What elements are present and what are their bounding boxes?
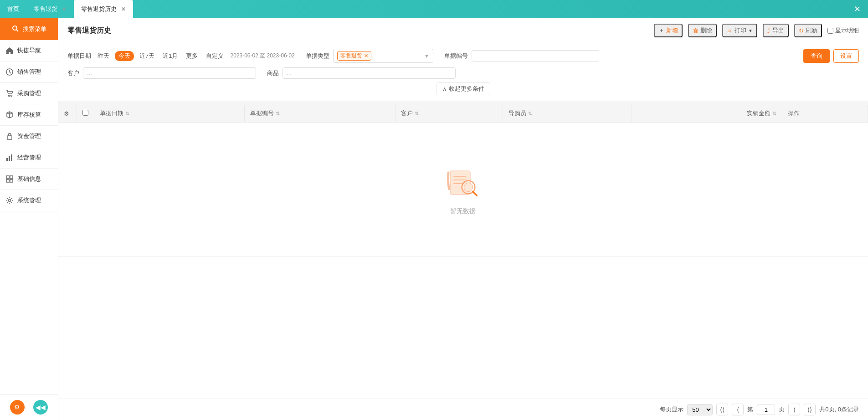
show-detail-checkbox[interactable]	[827, 28, 833, 34]
prev-page-button[interactable]: ⟨	[732, 404, 744, 415]
page-title: 零售退货历史	[67, 26, 111, 36]
tab-retail-return-close[interactable]: ✕	[62, 6, 67, 12]
shopping-icon	[5, 89, 14, 97]
tab-retail-return[interactable]: 零售退货 ✕	[26, 0, 74, 18]
delete-button[interactable]: 🗑 删除	[688, 24, 717, 37]
sidebar-item-operations[interactable]: 经营管理	[0, 147, 58, 169]
export-button[interactable]: ⤴ 导出	[763, 24, 789, 37]
doc-number-input[interactable]	[472, 50, 599, 61]
doc-type-label: 单据类型	[306, 52, 329, 60]
window-close-button[interactable]: ✕	[854, 5, 861, 13]
table-container: ⚙ 单据日期 ⇅ 单据编号	[58, 105, 868, 399]
collapse-button[interactable]: ∧ 收起更多条件	[437, 82, 490, 95]
date-opt-7days[interactable]: 近7天	[137, 51, 157, 61]
sidebar-item-system[interactable]: 系统管理	[0, 190, 58, 211]
lock-icon	[5, 132, 14, 140]
col-header-settings: ⚙	[58, 105, 77, 123]
sidebar-item-label: 资金管理	[17, 132, 41, 140]
svg-rect-12	[10, 179, 13, 182]
sidebar-item-purchase-mgmt[interactable]: 采购管理	[0, 83, 58, 104]
sort-amount[interactable]: 实销金额 ⇅	[637, 109, 777, 118]
page-summary: 共0页, 0条记录	[819, 405, 859, 414]
sort-customer-icon: ⇅	[415, 111, 419, 117]
doc-type-chip-close[interactable]: ✕	[364, 53, 368, 59]
sidebar-search[interactable]: 搜索菜单	[0, 18, 58, 40]
sidebar-item-basic-info[interactable]: 基础信息	[0, 169, 58, 190]
sidebar-item-label: 库存核算	[17, 111, 41, 119]
date-opt-yesterday[interactable]: 昨天	[95, 51, 112, 61]
date-opt-custom[interactable]: 自定义	[203, 51, 226, 61]
print-label: 打印	[734, 26, 746, 35]
refresh-button[interactable]: ↻ 刷新	[794, 24, 822, 37]
page-of-label: 页	[779, 405, 785, 414]
new-button[interactable]: ＋ 新增	[654, 24, 683, 37]
new-label: 新增	[666, 26, 678, 35]
sort-guide[interactable]: 导购员 ⇅	[508, 109, 626, 118]
sidebar-item-finance[interactable]: 资金管理	[0, 126, 58, 147]
data-table: ⚙ 单据日期 ⇅ 单据编号	[58, 105, 868, 257]
home-icon	[5, 46, 14, 55]
customer-filter-item: 客户	[67, 67, 256, 79]
next-page-button[interactable]: ⟩	[788, 404, 800, 415]
settings-button[interactable]: 设置	[833, 49, 859, 63]
doc-type-select[interactable]: 零售退货 ✕ ▼	[333, 49, 433, 63]
sort-guide-icon: ⇅	[528, 111, 532, 117]
main-layout: 搜索菜单 快捷导航 销售管理 采购管理 库存核算	[0, 18, 868, 420]
query-buttons: 查询 设置	[803, 49, 859, 63]
chart-icon	[5, 68, 14, 76]
customer-label: 客户	[67, 69, 79, 77]
sidebar-search-label: 搜索菜单	[23, 25, 46, 33]
tab-retail-return-history[interactable]: 零售退货历史 ✕	[74, 0, 133, 18]
doc-type-filter-item: 单据类型 零售退货 ✕ ▼	[306, 49, 433, 63]
sidebar: 搜索菜单 快捷导航 销售管理 采购管理 库存核算	[0, 18, 58, 420]
print-button[interactable]: 🖨 打印 ▼	[722, 24, 757, 37]
content-area: 零售退货历史 ＋ 新增 🗑 删除 🖨 打印 ▼ ⤴ 导出	[58, 18, 868, 420]
per-page-select[interactable]: 50 10 20 100	[687, 404, 713, 415]
date-opt-1month[interactable]: 近1月	[160, 51, 180, 61]
sort-doc-number-icon: ⇅	[276, 111, 280, 117]
sort-customer[interactable]: 客户 ⇅	[401, 109, 497, 118]
export-icon: ⤴	[767, 27, 770, 34]
doc-type-chip: 零售退货 ✕	[337, 51, 371, 61]
top-bar-right: ✕	[854, 0, 868, 18]
gear-button[interactable]: ⚙	[10, 400, 25, 415]
sort-doc-date[interactable]: 单据日期 ⇅	[100, 109, 239, 118]
audio-button[interactable]: ◀◀	[33, 400, 48, 415]
date-filter-label: 单据日期	[67, 52, 91, 60]
sort-doc-number[interactable]: 单据编号 ⇅	[250, 109, 390, 118]
delete-label: 删除	[700, 26, 712, 35]
goods-input[interactable]	[282, 67, 456, 79]
last-page-button[interactable]: ⟩⟩	[804, 404, 816, 415]
col-guide-label: 导购员	[508, 109, 526, 118]
refresh-icon: ↻	[799, 27, 804, 34]
date-range-value: 2023-06-02 至 2023-06-02	[230, 52, 294, 60]
show-detail-toggle[interactable]: 显示明细	[827, 26, 859, 35]
date-opt-more[interactable]: 更多	[183, 51, 200, 61]
sidebar-item-sales-mgmt[interactable]: 销售管理	[0, 61, 58, 83]
tab-home[interactable]: 首页	[0, 0, 26, 18]
tab-retail-return-history-close[interactable]: ✕	[121, 6, 126, 12]
empty-state: 暂无数据	[64, 127, 863, 252]
show-detail-label: 显示明细	[835, 26, 859, 35]
query-button[interactable]: 查询	[803, 49, 830, 63]
col-header-checkbox	[77, 105, 94, 123]
filter-row-2: 客户 商品	[67, 67, 859, 79]
date-opt-today[interactable]: 今天	[115, 51, 134, 61]
pagination-bar: 每页显示 50 10 20 100 ⟨⟨ ⟨ 第 页 ⟩ ⟩⟩ 共0页, 0条记…	[58, 399, 868, 420]
col-doc-date-label: 单据日期	[100, 109, 123, 118]
first-page-button[interactable]: ⟨⟨	[716, 404, 728, 415]
gear-th-icon[interactable]: ⚙	[64, 110, 69, 117]
select-all-checkbox[interactable]	[82, 110, 88, 116]
sidebar-item-inventory[interactable]: 库存核算	[0, 104, 58, 126]
collapse-container: ∧ 收起更多条件	[67, 81, 859, 95]
svg-point-19	[464, 183, 473, 191]
col-header-doc-date: 单据日期 ⇅	[94, 105, 245, 123]
page-number-input[interactable]	[757, 405, 775, 415]
settings-icon	[5, 196, 14, 205]
svg-rect-9	[6, 176, 9, 179]
doc-type-chip-label: 零售退货	[340, 52, 362, 60]
svg-point-3	[9, 95, 10, 97]
sidebar-item-quick-nav[interactable]: 快捷导航	[0, 40, 58, 61]
customer-input[interactable]	[83, 67, 256, 79]
date-filter-options: 昨天 今天 近7天 近1月 更多 自定义	[95, 51, 226, 61]
